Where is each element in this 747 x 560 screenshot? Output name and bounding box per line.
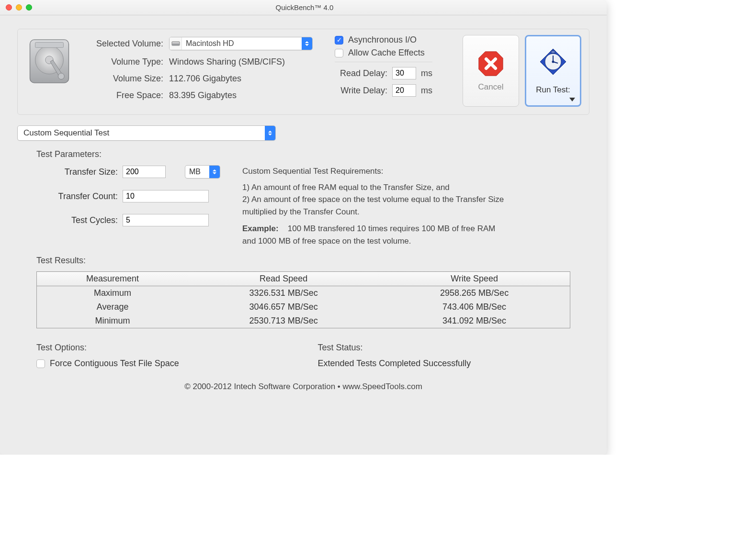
free-space-label: Free Space: bbox=[82, 90, 163, 101]
app-window: QuickBench™ 4.0 Selected V bbox=[0, 0, 607, 455]
transfer-size-unit-select[interactable]: MB bbox=[185, 165, 220, 179]
req-item-1: An amount of free RAM equal to the Trans… bbox=[251, 183, 450, 192]
cancel-icon bbox=[477, 50, 505, 78]
hard-drive-icon bbox=[25, 35, 73, 88]
cancel-label: Cancel bbox=[478, 82, 504, 92]
allow-cache-checkbox[interactable] bbox=[335, 49, 343, 57]
col-write: Write Speed bbox=[379, 272, 570, 286]
transfer-size-unit-value: MB bbox=[185, 168, 205, 176]
async-io-label: Asynchronous I/O bbox=[348, 35, 417, 45]
run-test-button[interactable]: Run Test: bbox=[525, 35, 581, 107]
force-contiguous-label: Force Contiguous Test File Space bbox=[50, 358, 179, 369]
ms-label-2: ms bbox=[421, 86, 432, 96]
transfer-count-label: Transfer Count: bbox=[36, 191, 118, 202]
volume-select-value: Macintosh HD bbox=[182, 39, 238, 48]
read-delay-label: Read Delay: bbox=[335, 68, 387, 78]
requirements-text: Custom Sequential Test Requirements: 1) … bbox=[242, 165, 510, 247]
test-status-text: Extended Tests Completed Successfully bbox=[318, 358, 571, 369]
titlebar: QuickBench™ 4.0 bbox=[0, 0, 607, 15]
volume-type-value: Windows Sharing (SMB/CIFS) bbox=[169, 57, 313, 67]
chevron-updown-icon bbox=[209, 166, 220, 178]
volume-size-label: Volume Size: bbox=[82, 74, 163, 84]
dropdown-triangle-icon bbox=[569, 98, 575, 101]
window-title: QuickBench™ 4.0 bbox=[8, 3, 601, 11]
test-type-value: Custom Sequential Test bbox=[18, 128, 114, 138]
test-results-title: Test Results: bbox=[36, 256, 570, 266]
col-measurement: Measurement bbox=[37, 272, 189, 286]
volume-select[interactable]: Macintosh HD bbox=[169, 37, 313, 50]
chevron-updown-icon bbox=[265, 126, 275, 140]
test-type-select[interactable]: Custom Sequential Test bbox=[17, 125, 276, 141]
test-cycles-input[interactable] bbox=[123, 214, 209, 226]
read-delay-input[interactable] bbox=[392, 67, 416, 79]
transfer-count-input[interactable] bbox=[123, 190, 209, 202]
volume-info: Selected Volume: Macintosh HD Volume Typ… bbox=[82, 37, 313, 101]
async-io-checkbox[interactable] bbox=[335, 36, 343, 45]
req-item-2: An amount of free space on the test volu… bbox=[242, 195, 504, 216]
table-row: Average 3046.657 MB/Sec 743.406 MB/Sec bbox=[37, 300, 570, 314]
svg-point-4 bbox=[58, 73, 64, 79]
col-read: Read Speed bbox=[188, 272, 379, 286]
chevron-updown-icon bbox=[302, 37, 312, 50]
top-panel: Selected Volume: Macintosh HD Volume Typ… bbox=[17, 29, 589, 115]
table-row: Maximum 3326.531 MB/Sec 2958.265 MB/Sec bbox=[37, 286, 570, 301]
free-space-value: 83.395 Gigabytes bbox=[169, 90, 313, 101]
drive-glyph-icon bbox=[170, 37, 182, 50]
transfer-size-label: Transfer Size: bbox=[36, 167, 118, 177]
svg-rect-3 bbox=[35, 42, 64, 47]
force-contiguous-checkbox[interactable] bbox=[36, 359, 45, 368]
write-delay-input[interactable] bbox=[392, 84, 416, 97]
test-parameters-title: Test Parameters: bbox=[36, 149, 570, 159]
io-options: Asynchronous I/O Allow Cache Effects Rea… bbox=[335, 35, 432, 97]
test-cycles-label: Test Cycles: bbox=[36, 215, 118, 225]
svg-rect-13 bbox=[551, 51, 555, 53]
run-test-label: Run Test: bbox=[536, 85, 570, 95]
selected-volume-label: Selected Volume: bbox=[82, 39, 163, 49]
results-table: Measurement Read Speed Write Speed Maxim… bbox=[36, 271, 570, 328]
transfer-size-input[interactable] bbox=[123, 166, 166, 178]
write-delay-label: Write Delay: bbox=[335, 86, 387, 96]
test-status-title: Test Status: bbox=[318, 343, 571, 353]
stopwatch-icon bbox=[536, 47, 570, 80]
volume-size-value: 112.706 Gigabytes bbox=[169, 74, 313, 84]
table-row: Minimum 2530.713 MB/Sec 341.092 MB/Sec bbox=[37, 314, 570, 328]
volume-type-label: Volume Type: bbox=[82, 57, 163, 67]
allow-cache-label: Allow Cache Effects bbox=[348, 48, 425, 58]
example-label: Example: bbox=[242, 223, 285, 235]
svg-rect-6 bbox=[172, 44, 180, 45]
test-options-title: Test Options: bbox=[36, 343, 289, 353]
ms-label: ms bbox=[421, 68, 432, 78]
cancel-button[interactable]: Cancel bbox=[463, 35, 519, 107]
footer-text: © 2000-2012 Intech Software Corporation … bbox=[17, 382, 589, 392]
requirements-header: Custom Sequential Test Requirements: bbox=[242, 165, 510, 178]
